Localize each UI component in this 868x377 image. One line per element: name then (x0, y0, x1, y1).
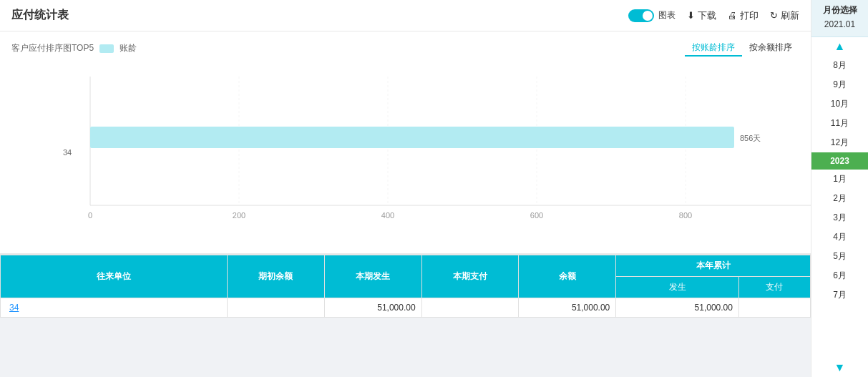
sort-by-balance-button[interactable]: 按账龄排序 (685, 40, 742, 57)
col-current-pay: 本期支付 (421, 255, 519, 298)
month-item-4[interactable]: 4月 (811, 227, 868, 247)
table-row: 34 51,000.00 51,000.00 51,000.00 (1, 298, 811, 318)
col-balance: 余额 (519, 255, 616, 298)
header: 应付统计表 图表 ⬇ 下载 🖨 打印 ↻ 刷新 (0, 0, 811, 31)
chart-header: 客户应付排序图TOP5 账龄 按账龄排序 按余额排序 (11, 40, 799, 57)
cell-opening (227, 298, 324, 318)
sidebar-header: 月份选择 (811, 0, 868, 37)
col-ytd-occur: 发生 (616, 277, 739, 298)
col-ytd-pay: 支付 (738, 277, 810, 298)
toggle-label: 图表 (658, 9, 676, 21)
month-list: 8月 9月 10月 11月 12月 2023 1月 2月 3月 4月 5月 6月… (811, 56, 868, 358)
svg-text:800: 800 (679, 211, 692, 220)
cell-unit[interactable]: 34 (1, 298, 228, 318)
print-button[interactable]: 🖨 打印 (728, 9, 759, 22)
month-item-8[interactable]: 8月 (811, 56, 868, 75)
col-ytd: 本年累计 (616, 255, 811, 277)
col-unit: 往来单位 (1, 255, 228, 298)
refresh-label: 刷新 (781, 9, 799, 22)
sort-by-amount-button[interactable]: 按余额排序 (742, 40, 799, 57)
download-button[interactable]: ⬇ 下载 (687, 9, 716, 22)
main-content: 应付统计表 图表 ⬇ 下载 🖨 打印 ↻ 刷新 客户应付排序图TOP5 (0, 0, 811, 377)
month-item-7[interactable]: 7月 (811, 285, 868, 305)
year-input[interactable] (817, 16, 862, 32)
chart-toggle-wrap: 图表 (628, 9, 676, 22)
print-label: 打印 (740, 9, 759, 22)
page-title: 应付统计表 (11, 8, 69, 23)
download-label: 下载 (698, 9, 716, 22)
print-icon: 🖨 (728, 10, 737, 21)
month-item-10[interactable]: 10月 (811, 94, 868, 114)
refresh-icon: ↻ (770, 10, 778, 21)
month-item-year-2023[interactable]: 2023 (811, 152, 868, 170)
legend-text: 客户应付排序图TOP5 (11, 42, 94, 54)
svg-text:400: 400 (381, 211, 394, 220)
svg-text:200: 200 (233, 211, 245, 220)
bar-end-label: 856天 (740, 134, 761, 142)
download-icon: ⬇ (687, 10, 695, 21)
cell-current-pay (421, 298, 519, 318)
scroll-up-button[interactable]: ▲ (811, 37, 868, 56)
svg-text:600: 600 (530, 211, 543, 220)
month-item-1[interactable]: 1月 (811, 170, 868, 189)
bar-chart: 34 856天 0 200 400 600 800 1 (11, 62, 799, 245)
svg-text:0: 0 (88, 211, 92, 220)
chart-toggle[interactable] (628, 9, 654, 22)
legend-box (99, 44, 114, 53)
cell-ytd-occur: 51,000.00 (616, 298, 739, 318)
chart-sort-buttons: 按账龄排序 按余额排序 (685, 40, 799, 57)
table-body: 34 51,000.00 51,000.00 51,000.00 (1, 298, 811, 318)
month-item-12[interactable]: 12月 (811, 133, 868, 152)
month-item-5[interactable]: 5月 (811, 247, 868, 266)
data-table: 往来单位 期初余额 本期发生 本期支付 余额 本年累计 发生 支付 34 51,… (0, 255, 811, 318)
chart-bar (90, 127, 734, 148)
month-item-9[interactable]: 9月 (811, 75, 868, 94)
col-current-occur: 本期发生 (324, 255, 421, 298)
chart-area: 客户应付排序图TOP5 账龄 按账龄排序 按余额排序 34 (0, 31, 811, 253)
legend-box-label: 账龄 (120, 42, 137, 54)
header-actions: 图表 ⬇ 下载 🖨 打印 ↻ 刷新 (628, 9, 799, 22)
cell-current-occur: 51,000.00 (324, 298, 421, 318)
scroll-down-button[interactable]: ▼ (811, 358, 868, 377)
chart-legend: 客户应付排序图TOP5 账龄 (11, 42, 137, 54)
col-opening: 期初余额 (227, 255, 324, 298)
sidebar-header-label: 月份选择 (817, 4, 862, 16)
cell-balance: 51,000.00 (519, 298, 616, 318)
bar-y-label: 34 (63, 148, 72, 157)
sidebar: 月份选择 ▲ 8月 9月 10月 11月 12月 2023 1月 2月 3月 4… (811, 0, 868, 377)
table-wrap: 往来单位 期初余额 本期发生 本期支付 余额 本年累计 发生 支付 34 51,… (0, 253, 811, 318)
refresh-button[interactable]: ↻ 刷新 (770, 9, 799, 22)
month-item-11[interactable]: 11月 (811, 114, 868, 133)
cell-ytd-pay (738, 298, 810, 318)
month-item-2[interactable]: 2月 (811, 189, 868, 208)
month-item-6[interactable]: 6月 (811, 266, 868, 285)
month-item-3[interactable]: 3月 (811, 208, 868, 227)
table-header-main: 往来单位 期初余额 本期发生 本期支付 余额 本年累计 (1, 255, 811, 277)
chart-svg: 34 856天 0 200 400 600 800 1 (54, 69, 771, 223)
